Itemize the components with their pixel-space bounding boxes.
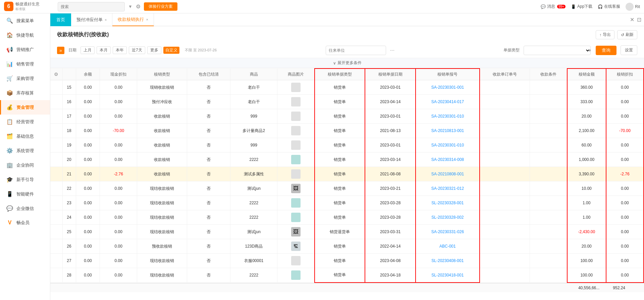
sidebar-item-member[interactable]: V 畅会员: [0, 216, 50, 230]
app-download-button[interactable]: 📱 App下载: [571, 4, 592, 9]
cell-receipt-condition: [530, 95, 567, 109]
tab-prepay-close[interactable]: ×: [105, 18, 107, 22]
writeoff-bill-no-link[interactable]: SL-20230328-002: [431, 215, 464, 220]
counterparty-input[interactable]: [326, 46, 386, 55]
messages-button[interactable]: 💬 消息 99+: [541, 4, 566, 9]
col-header-settings[interactable]: ⚙: [50, 69, 62, 80]
cell-writeoff-type: 现结收款核销: [137, 210, 187, 225]
sidebar-item-basic-info[interactable]: 🗂️ 基础信息: [0, 129, 50, 143]
cell-balance: 0.00: [76, 254, 100, 268]
filter-expand-button[interactable]: »: [57, 47, 64, 54]
writeoff-bill-no-link[interactable]: SA-20230301-010: [431, 143, 464, 147]
cell-writeoff-bill-no[interactable]: SL-20230418-001: [416, 268, 480, 283]
sidebar-item-enterprise-wx[interactable]: 💬 企业微信: [0, 201, 50, 216]
more-date-button[interactable]: 更多: [147, 46, 161, 54]
sidebar-item-sales[interactable]: 📊 销售管理: [0, 57, 50, 71]
writeoff-bill-no-link[interactable]: SA-20230331-026: [431, 229, 464, 234]
refresh-button[interactable]: ↺ 刷新: [617, 30, 637, 39]
writeoff-bill-no-link[interactable]: SA-20230321-012: [431, 186, 464, 191]
cell-settings[interactable]: [50, 167, 62, 181]
writeoff-bill-no-link[interactable]: SA-20210808-001: [431, 172, 464, 176]
cell-writeoff-bill-no[interactable]: SL-20230328-001: [416, 196, 480, 210]
this-year-button[interactable]: 本年: [113, 46, 127, 54]
export-button[interactable]: ↑ 导出: [596, 30, 614, 39]
cell-writeoff-bill-no[interactable]: ABC-001: [416, 239, 480, 254]
cell-settings[interactable]: [50, 153, 62, 167]
sidebar-item-sys[interactable]: ⚙️ 系统管理: [0, 143, 50, 158]
cell-writeoff-bill-no[interactable]: SA-20210813-001: [416, 124, 480, 138]
sidebar-item-capital[interactable]: 💰 资金管理: [0, 100, 50, 115]
writeoff-bill-no-link[interactable]: SL-20230418-001: [431, 273, 464, 277]
counterparty-more-icon[interactable]: ···: [390, 47, 394, 53]
cell-settings[interactable]: [50, 210, 62, 225]
cell-writeoff-bill-no[interactable]: SA-20230331-026: [416, 225, 480, 239]
settings-button[interactable]: 设置: [621, 45, 637, 55]
cell-receipt-condition: [530, 80, 567, 95]
search-dropdown-icon[interactable]: ▼: [128, 4, 132, 9]
cell-writeoff-amount: 10.00: [567, 181, 606, 196]
writeoff-bill-no-link[interactable]: SA-20230301-010: [431, 114, 464, 119]
cell-settings[interactable]: [50, 239, 62, 254]
tab-expand-icon[interactable]: ⊡: [637, 16, 641, 23]
expand-more-button[interactable]: ∨ 展开更多条件: [333, 60, 362, 66]
writeoff-bill-no-link[interactable]: ABC-001: [439, 244, 456, 249]
tab-prepay[interactable]: 预付冲应付单 ×: [71, 13, 112, 26]
cell-settings[interactable]: [50, 109, 62, 124]
cell-writeoff-bill-no[interactable]: SA-20230414-017: [416, 95, 480, 109]
cell-writeoff-bill-no[interactable]: SA-20230301-001: [416, 80, 480, 95]
user-area[interactable]: Rit: [626, 3, 640, 11]
user-name: Rit: [635, 4, 640, 9]
sidebar-item-marketing[interactable]: 📢 营销推广: [0, 42, 50, 57]
cell-settings[interactable]: [50, 196, 62, 210]
cell-settings[interactable]: [50, 138, 62, 153]
tab-writeoff[interactable]: 收款核销执行 ×: [112, 13, 154, 26]
cell-settings[interactable]: [50, 268, 62, 283]
cell-rownum: 22: [62, 181, 76, 196]
writeoff-bill-no-link[interactable]: SA-20230314-008: [431, 157, 464, 162]
query-button[interactable]: 查询: [596, 46, 616, 55]
cell-settings[interactable]: [50, 181, 62, 196]
online-service-button[interactable]: 🎧 在线客服: [598, 4, 620, 9]
sidebar-item-corp-collab[interactable]: 🏢 企业协同: [0, 158, 50, 172]
last7-button[interactable]: 近7天: [129, 46, 145, 54]
writeoff-bill-no-link[interactable]: SA-20210813-001: [431, 128, 464, 133]
sidebar-item-quick-nav[interactable]: 🏠 快捷导航: [0, 28, 50, 42]
expand-more-bar: ∨ 展开更多条件: [50, 58, 644, 68]
writeoff-bill-no-link[interactable]: SA-20230301-001: [431, 85, 464, 90]
sidebar-item-search-menu[interactable]: 🔍 搜索菜单: [0, 13, 50, 28]
cell-writeoff-bill-no[interactable]: SA-20230314-008: [416, 153, 480, 167]
cell-settings[interactable]: [50, 80, 62, 95]
cell-writeoff-bill-no[interactable]: SA-20230301-010: [416, 109, 480, 124]
table-settings-icon[interactable]: ⚙: [54, 72, 58, 77]
voucher-type-select[interactable]: [524, 46, 591, 55]
cell-writeoff-bill-no[interactable]: SA-20210808-001: [416, 167, 480, 181]
cell-settings[interactable]: [50, 95, 62, 109]
cell-writeoff-bill-no[interactable]: SL-20230408-001: [416, 254, 480, 268]
cell-writeoff-bill-no[interactable]: SA-20230301-010: [416, 138, 480, 153]
writeoff-bill-no-link[interactable]: SL-20230408-001: [431, 258, 464, 263]
cell-writeoff-bill-no[interactable]: SL-20230328-002: [416, 210, 480, 225]
tab-home[interactable]: 首页: [50, 13, 71, 26]
cell-settings[interactable]: [50, 124, 62, 138]
tab-writeoff-close[interactable]: ×: [146, 17, 148, 22]
industry-solution-button[interactable]: 体验行业方案: [144, 2, 177, 11]
cell-writeoff-bill-no[interactable]: SA-20230321-012: [416, 181, 480, 196]
custom-date-button[interactable]: 自定义: [163, 47, 179, 54]
last-month-button[interactable]: 上月: [80, 46, 95, 54]
sidebar-item-newbie[interactable]: 🎓 新手引导: [0, 172, 50, 187]
settings-gear-icon[interactable]: ⚙: [136, 3, 141, 10]
sidebar-item-inventory[interactable]: 📦 库存核算: [0, 86, 50, 100]
tab-close-icon[interactable]: ✕: [630, 16, 634, 23]
sidebar-item-marketing-label: 营销推广: [16, 47, 34, 53]
top-search-input[interactable]: [58, 2, 125, 11]
cell-writeoff-amount: 2,100.00: [567, 124, 606, 138]
sidebar-item-smart-hw[interactable]: 📱 智能硬件: [0, 187, 50, 201]
sidebar-item-biz[interactable]: 📋 经营管理: [0, 115, 50, 129]
cell-settings[interactable]: [50, 225, 62, 239]
sidebar-item-purchase[interactable]: 🛒 采购管理: [0, 71, 50, 86]
writeoff-bill-no-link[interactable]: SL-20230328-001: [431, 201, 464, 205]
this-month-button[interactable]: 本月: [97, 46, 111, 54]
writeoff-bill-no-link[interactable]: SA-20230414-017: [431, 99, 464, 104]
cell-include-settled: 否: [187, 196, 230, 210]
cell-settings[interactable]: [50, 254, 62, 268]
